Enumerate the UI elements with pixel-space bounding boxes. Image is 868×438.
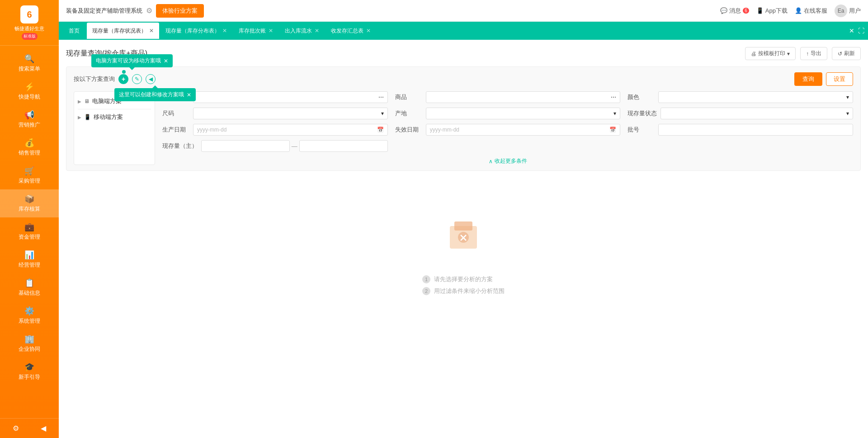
app-download-button[interactable]: 📱 App下载 [756, 7, 788, 15]
filter-row-stock-qty: 现存量（主） — [162, 140, 388, 152]
sidebar-item-search[interactable]: 🔍 搜索菜单 [0, 49, 59, 77]
origin-label: 产地 [395, 109, 422, 118]
sidebar-item-label: 采购管理 [19, 177, 40, 185]
sidebar-item-basic[interactable]: 📋 基础信息 [0, 273, 59, 301]
sidebar-item-purchase[interactable]: 🛒 采购管理 [0, 161, 59, 189]
sidebar-item-quicknav[interactable]: ⚡ 快捷导航 [0, 77, 59, 105]
sidebar-item-sales[interactable]: 💰 销售管理 [0, 133, 59, 161]
stock-qty-max[interactable] [299, 140, 388, 152]
batch-input[interactable] [658, 124, 853, 136]
export-button[interactable]: ↑ 导出 [800, 47, 827, 60]
empty-state: 1 请先选择要分析的方案 2 用过滤条件来缩小分析范围 [66, 176, 861, 331]
empty-illustration [441, 212, 486, 266]
settings-icon[interactable]: ⚙ [13, 424, 19, 433]
filter-row-stock-status: 现存量状态 ▾ [627, 108, 853, 119]
phone-icon: 📱 [756, 7, 764, 14]
filter-body: ▶ 🖥 电脑端方案 ▶ 📱 移动端方案 [74, 91, 853, 165]
filter-row-size: 尺码 ▾ [162, 108, 388, 119]
search-icon: 🔍 [24, 54, 34, 64]
sidebar-item-enterprise[interactable]: 🏢 企业协同 [0, 330, 59, 358]
collapse-icon[interactable]: ◀ [41, 424, 46, 433]
filter-row-produce-date: 生产日期 yyyy-mm-dd 📅 [162, 124, 388, 136]
add-scheme-container: + 电脑方案可设为移动方案哦 ✕ [118, 74, 128, 84]
divider [78, 109, 151, 109]
add-scheme-button[interactable]: + [118, 74, 128, 84]
topbar-left: 装备及固定资产辅助管理系统 ⚙ 体验行业方案 [66, 4, 204, 18]
stock-qty-min[interactable] [201, 140, 290, 152]
edit-scheme-button[interactable]: ✎ 这里可以创建和修改方案哦 ✕ [132, 74, 142, 84]
size-select[interactable]: ▾ [193, 108, 388, 119]
empty-hint-1: 1 请先选择要分析的方案 [422, 275, 505, 283]
tab-close-icon[interactable]: ✕ [269, 28, 273, 34]
refresh-button[interactable]: ↺ 刷新 [832, 47, 861, 60]
message-label: 消息 [729, 7, 741, 15]
warehouse-select[interactable]: ⋯ [193, 91, 388, 103]
message-button[interactable]: 💬 消息 6 [720, 7, 749, 15]
color-select[interactable]: ▾ [658, 91, 853, 103]
stock-qty-label: 现存量（主） [162, 142, 198, 150]
tab-dispatch-summary[interactable]: 收发存汇总表 ✕ [326, 23, 376, 39]
tab-label: 现存量（库存分布表） [165, 27, 220, 35]
tab-close-icon[interactable]: ✕ [366, 28, 371, 34]
tab-label: 库存批次账 [239, 27, 266, 35]
calendar-icon: 📅 [377, 127, 384, 133]
fullscreen-icon[interactable]: ⛶ [858, 27, 864, 34]
inventory-icon: 📦 [24, 194, 34, 204]
message-icon: 💬 [720, 7, 727, 14]
range-separator: — [292, 143, 297, 150]
purchase-icon: 🛒 [24, 166, 34, 176]
expire-date-picker[interactable]: yyyy-mm-dd 📅 [426, 124, 621, 136]
print-icon: 🖨 [751, 51, 756, 57]
finance-icon: 💼 [24, 222, 34, 232]
hint-text-2: 用过滤条件来缩小分析范围 [434, 287, 505, 295]
page-actions: 🖨 按模板打印 ▾ ↑ 导出 ↺ 刷新 [745, 47, 861, 60]
add-scheme-tooltip: 电脑方案可设为移动方案哦 ✕ [91, 54, 173, 67]
edit-tooltip-close-icon[interactable]: ✕ [187, 92, 191, 98]
tabbar-right: ✕ ⛶ [849, 27, 864, 34]
tab-close-icon[interactable]: ✕ [149, 28, 154, 34]
filter-header: 按以下方案查询 + 电脑方案可设为移动方案哦 ✕ ✎ 这里可以 [74, 72, 853, 86]
origin-select[interactable]: ▾ [426, 108, 621, 119]
tab-close-icon[interactable]: ✕ [222, 28, 227, 34]
tab-inventory-dist[interactable]: 现存量（库存分布表） ✕ [160, 23, 232, 39]
online-support-label: 在线客服 [804, 7, 827, 15]
arrow-scheme-button[interactable]: ◀ [146, 74, 156, 84]
stock-qty-range: — [201, 140, 388, 152]
user-menu[interactable]: Ea 用户 [835, 5, 861, 17]
calendar-icon: 📅 [609, 127, 616, 133]
goods-select[interactable]: ⋯ [426, 91, 621, 103]
reset-button[interactable]: 设置 [826, 72, 853, 86]
tab-close-icon[interactable]: ✕ [315, 28, 319, 34]
print-button[interactable]: 🖨 按模板打印 ▾ [745, 47, 796, 60]
batch-label: 批号 [627, 126, 655, 134]
dots-icon: ⋯ [611, 94, 616, 100]
sidebar-item-guide[interactable]: 🎓 新手引导 [0, 358, 59, 386]
stock-status-select[interactable]: ▾ [660, 108, 853, 119]
sidebar-item-marketing[interactable]: 📢 营销推广 [0, 105, 59, 133]
plan-button[interactable]: 体验行业方案 [156, 4, 204, 18]
sidebar-item-inventory[interactable]: 📦 库存核算 [0, 189, 59, 217]
search-button[interactable]: 查询 [794, 72, 822, 86]
scheme-group-mobile-header[interactable]: ▶ 📱 移动端方案 [78, 111, 151, 123]
produce-date-picker[interactable]: yyyy-mm-dd 📅 [193, 124, 388, 136]
tab-batch-account[interactable]: 库存批次账 ✕ [233, 23, 278, 39]
sidebar-item-system[interactable]: ⚙️ 系统管理 [0, 301, 59, 330]
close-all-tabs-icon[interactable]: ✕ [849, 27, 854, 34]
sidebar-item-label: 系统管理 [19, 317, 40, 325]
user-label: 用户 [849, 7, 861, 15]
tab-home[interactable]: 首页 [62, 23, 86, 39]
sidebar-item-finance[interactable]: 💼 资金管理 [0, 217, 59, 245]
tooltip-close-icon[interactable]: ✕ [164, 58, 168, 64]
page-content: 现存量查询(按仓库+商品) 🖨 按模板打印 ▾ ↑ 导出 ↺ 刷新 [59, 40, 868, 438]
collapse-filter-button[interactable]: ∧ 收起更多条件 [162, 157, 853, 165]
sidebar-bottom: ⚙ ◀ [0, 418, 59, 438]
filter-row-batch: 批号 [627, 124, 853, 136]
topbar-gear-icon[interactable]: ⚙ [146, 6, 152, 15]
expire-date-placeholder: yyyy-mm-dd [430, 127, 459, 133]
filter-row-goods: 商品 ⋯ [395, 91, 621, 103]
online-support-button[interactable]: 👤 在线客服 [795, 7, 827, 15]
sidebar-item-operation[interactable]: 📊 经营管理 [0, 245, 59, 273]
chevron-down-icon: ▾ [846, 94, 849, 100]
tab-inout-flow[interactable]: 出入库流水 ✕ [279, 23, 325, 39]
tab-inventory-status[interactable]: 现存量（库存状况表） ✕ [87, 23, 159, 39]
